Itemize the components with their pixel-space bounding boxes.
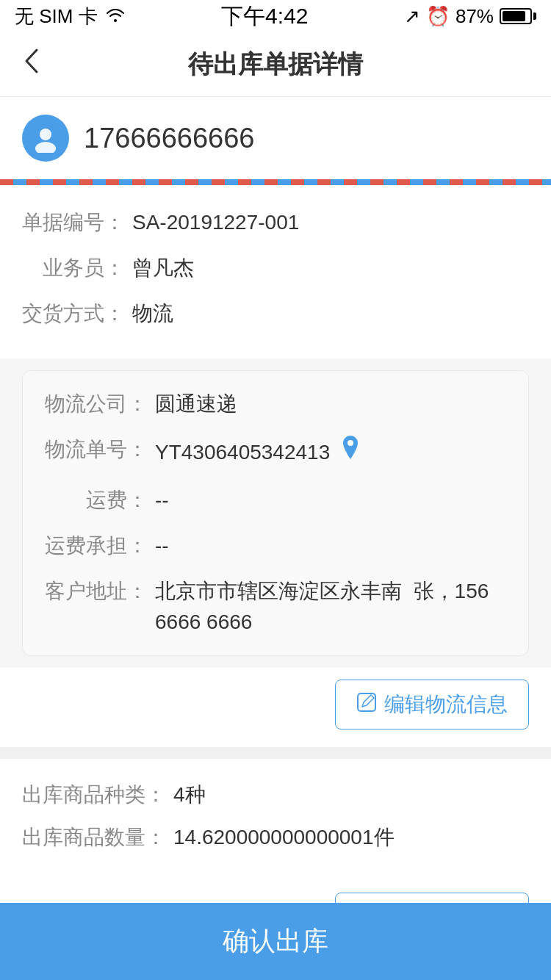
freight-bear-row: 运费承担： --	[45, 530, 506, 561]
svg-point-2	[347, 440, 353, 446]
customer-header: 17666666666	[0, 97, 551, 179]
order-no-label: 单据编号：	[22, 207, 125, 238]
order-no-row: 单据编号： SA-20191227-001	[22, 207, 529, 238]
quantity-row: 出库商品数量： 14.620000000000001件	[22, 824, 529, 851]
salesman-row: 业务员： 曾凡杰	[22, 253, 529, 284]
delivery-method-value: 物流	[132, 298, 529, 329]
salesman-value: 曾凡杰	[132, 253, 529, 284]
sku-count-row: 出库商品种类： 4种	[22, 781, 529, 809]
edit-icon	[356, 692, 377, 718]
freight-bear-label: 运费承担：	[45, 530, 148, 561]
customer-phone: 17666666666	[84, 123, 254, 154]
edit-logistics-section: 编辑物流信息	[0, 668, 551, 747]
battery-percent: 87%	[455, 5, 494, 28]
tracking-no-text: YT43064053424​13	[155, 437, 330, 468]
carrier-text: 无 SIM 卡	[15, 4, 98, 29]
logistics-card: 物流公司： 圆通速递 物流单号： YT43064053424​13 运费： --…	[22, 370, 529, 656]
page-title: 待出库单据详情	[188, 48, 363, 82]
tracking-no-row: 物流单号： YT43064053424​13	[45, 434, 506, 470]
address-value: 北京市市辖区海淀区永丰南 张，156 6666 6666	[155, 576, 506, 638]
section-separator	[0, 747, 551, 759]
time-display: 下午4:42	[221, 1, 308, 32]
delivery-method-row: 交货方式： 物流	[22, 298, 529, 329]
freight-row: 运费： --	[45, 485, 506, 516]
salesman-label: 业务员：	[22, 253, 125, 284]
battery-icon	[500, 8, 536, 24]
nav-bar: 待出库单据详情	[0, 32, 551, 97]
stock-info-section: 出库商品种类： 4种 出库商品数量： 14.620000000000001件	[0, 759, 551, 881]
status-bar: 无 SIM 卡 下午4:42 ↗ ⏰ 87%	[0, 0, 551, 32]
wifi-icon	[105, 5, 126, 28]
svg-point-0	[40, 129, 51, 140]
order-no-value: SA-20191227-001	[132, 207, 529, 238]
freight-value: --	[155, 485, 506, 516]
location-icon: ↗	[404, 5, 420, 28]
alarm-icon: ⏰	[426, 5, 450, 28]
delivery-method-label: 交货方式：	[22, 298, 125, 329]
logistics-company-label: 物流公司：	[45, 389, 148, 419]
freight-bear-value: --	[155, 530, 506, 561]
quantity-label: 出库商品数量：	[22, 824, 166, 851]
confirm-outbound-button[interactable]: 确认出库	[0, 923, 551, 959]
svg-point-1	[35, 142, 56, 153]
edit-logistics-label: 编辑物流信息	[384, 691, 508, 718]
avatar	[22, 115, 69, 162]
tracking-no-label: 物流单号：	[45, 434, 148, 465]
confirm-button-wrap: 确认出库	[0, 903, 551, 980]
dashed-divider	[0, 179, 551, 185]
back-button[interactable]	[22, 47, 40, 82]
logistics-company-row: 物流公司： 圆通速递	[45, 389, 506, 419]
location-pin-icon[interactable]	[339, 434, 362, 470]
tracking-no-value-wrap: YT43064053424​13	[155, 434, 506, 470]
freight-label: 运费：	[45, 485, 148, 516]
status-left: 无 SIM 卡	[15, 4, 126, 29]
logistics-company-value: 圆通速递	[155, 389, 506, 419]
address-row: 客户地址： 北京市市辖区海淀区永丰南 张，156 6666 6666	[45, 576, 506, 638]
sku-count-value: 4种	[173, 781, 206, 809]
order-info-section: 单据编号： SA-20191227-001 业务员： 曾凡杰 交货方式： 物流	[0, 185, 551, 359]
status-right: ↗ ⏰ 87%	[404, 5, 536, 28]
quantity-value: 14.620000000000001件	[173, 824, 395, 851]
sku-count-label: 出库商品种类：	[22, 781, 166, 809]
address-label: 客户地址：	[45, 576, 148, 607]
edit-logistics-button[interactable]: 编辑物流信息	[335, 680, 529, 729]
